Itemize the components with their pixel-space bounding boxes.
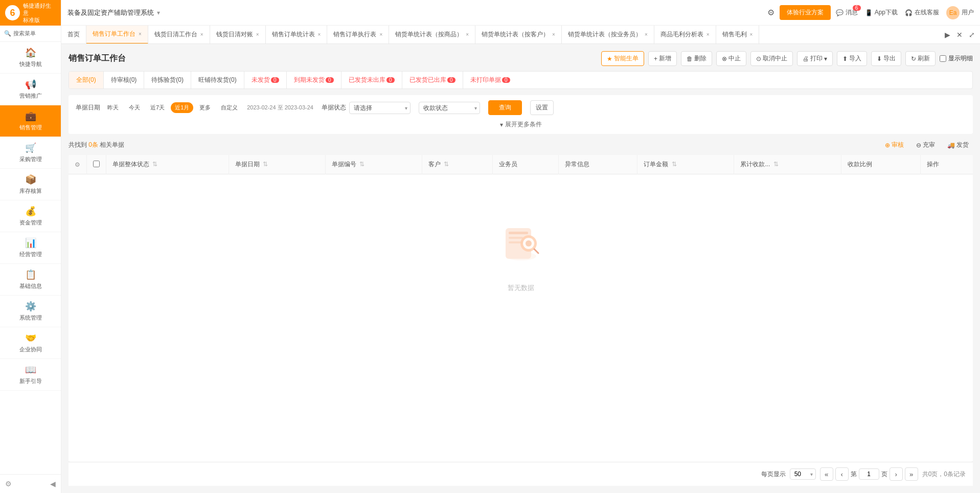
- show-detail-label[interactable]: 显示明细: [940, 54, 973, 63]
- export-button[interactable]: ⬇ 导出: [871, 51, 901, 66]
- add-button[interactable]: + 新增: [648, 51, 677, 66]
- date-chip-more[interactable]: 更多: [195, 102, 215, 113]
- filter-tab-not-printed[interactable]: 未打印单据0: [463, 72, 517, 88]
- last-page-btn[interactable]: »: [905, 467, 918, 481]
- tab-sales-by-customer[interactable]: 销货单统计表（按客户） ×: [475, 26, 562, 44]
- status-filter: 单据状态 请选择: [322, 102, 411, 114]
- tab-close-profit-analysis[interactable]: ×: [706, 32, 710, 37]
- date-chip-1month[interactable]: 近1月: [171, 102, 193, 113]
- filter-tab-not-shipped[interactable]: 未发货0: [244, 72, 287, 88]
- sidebar-item-guide[interactable]: 📖 新手引导: [0, 359, 61, 391]
- sidebar-item-inventory[interactable]: 📦 库存核算: [0, 169, 61, 200]
- tab-close-sales-workbench[interactable]: ×: [139, 31, 142, 37]
- filter-tab-all[interactable]: 全部(0): [69, 72, 104, 88]
- filter-tab-pending-check[interactable]: 待拣验货(0): [144, 72, 191, 88]
- sidebar-item-quick-nav[interactable]: 🏠 快捷导航: [0, 42, 61, 74]
- app-download-btn[interactable]: 📱 App下载: [865, 8, 898, 17]
- import-button[interactable]: ⬆ 导入: [837, 51, 867, 66]
- tab-close-all-btn[interactable]: ✕: [954, 30, 965, 40]
- status-select[interactable]: 请选择: [349, 102, 411, 114]
- tab-close-cash-daily[interactable]: ×: [200, 32, 203, 37]
- sidebar-item-purchase[interactable]: 🛒 采购管理: [0, 137, 61, 169]
- star-icon: ★: [607, 55, 612, 62]
- sidebar-item-system[interactable]: ⚙️ 系统管理: [0, 296, 61, 327]
- date-chip-yesterday[interactable]: 昨天: [103, 102, 123, 113]
- sort-order-amount-icon[interactable]: ⇅: [672, 161, 677, 168]
- tab-close-cash-reconcile[interactable]: ×: [256, 32, 259, 37]
- date-chip-custom[interactable]: 自定义: [217, 102, 242, 113]
- page-input[interactable]: [859, 468, 879, 480]
- tab-sales-stats[interactable]: 销售订单统计表 ×: [266, 26, 328, 44]
- filter-tab-overdue-ship[interactable]: 到期未发货0: [287, 72, 341, 88]
- tab-sales-profit[interactable]: 销售毛利 ×: [716, 26, 760, 44]
- user-menu-btn[interactable]: Ea 用户: [946, 6, 974, 19]
- th-checkbox[interactable]: [87, 155, 106, 174]
- print-button[interactable]: 🖨 打印 ▾: [797, 51, 833, 66]
- prev-page-btn[interactable]: ‹: [835, 467, 849, 481]
- sidebar-item-marketing[interactable]: 📢 营销推广: [0, 74, 61, 105]
- sort-doc-status-icon[interactable]: ⇅: [152, 161, 157, 168]
- sidebar-item-finance[interactable]: 💰 资金管理: [0, 200, 61, 232]
- page-header: 销售订单工作台 ★ 智能生单 + 新增 🗑 删除 ⊗ 中止: [69, 51, 973, 66]
- refresh-button[interactable]: ↻ 刷新: [905, 51, 936, 66]
- tab-sales-workbench[interactable]: 销售订单工作台 ×: [86, 26, 148, 44]
- tab-sales-by-staff[interactable]: 销货单统计表（按业务员） ×: [562, 26, 654, 44]
- page-size-select[interactable]: 10 20 50 100: [790, 468, 816, 480]
- tab-cash-daily[interactable]: 钱货日清工作台 ×: [148, 26, 210, 44]
- settings-filter-button[interactable]: 设置: [530, 100, 554, 115]
- show-detail-checkbox[interactable]: [940, 55, 946, 62]
- filter-tab-pending-audit[interactable]: 待审核(0): [104, 72, 145, 88]
- ship-action-btn[interactable]: 🚚 发货: [943, 139, 973, 151]
- topbar-settings-icon[interactable]: ⚙: [767, 8, 774, 17]
- tab-close-sales-by-customer[interactable]: ×: [552, 32, 555, 37]
- sidebar-collapse-btn[interactable]: ◀: [50, 480, 56, 488]
- delete-button[interactable]: 🗑 删除: [681, 51, 712, 66]
- audit-action-btn[interactable]: ⊕ 审核: [881, 139, 908, 151]
- revoke-action-btn[interactable]: ⊖ 充审: [912, 139, 939, 151]
- sidebar-settings-btn[interactable]: ⚙: [5, 480, 12, 488]
- filter-tabs: 全部(0) 待审核(0) 待拣验货(0) 旺铺待发货(0) 未发货0 到期未发货…: [69, 71, 973, 89]
- industry-solution-button[interactable]: 体验行业方案: [780, 5, 831, 20]
- expand-more-btn[interactable]: ▾ 展开更多条件: [500, 120, 542, 129]
- sidebar-search[interactable]: 🔍 搜索菜单: [0, 26, 61, 42]
- tab-close-sales-by-product[interactable]: ×: [466, 32, 469, 37]
- sort-doc-date-icon[interactable]: ⇅: [263, 161, 268, 168]
- first-page-btn[interactable]: «: [820, 467, 833, 481]
- filter-tab-shipped-out[interactable]: 已发货已出库0: [402, 72, 463, 88]
- sidebar-item-operations[interactable]: 📊 经营管理: [0, 232, 61, 264]
- select-all-checkbox[interactable]: [93, 161, 100, 167]
- tab-sales-exec[interactable]: 销售订单执行表 ×: [327, 26, 389, 44]
- sidebar-item-cooperation[interactable]: 🤝 企业协同: [0, 327, 61, 359]
- tab-home[interactable]: 首页: [61, 26, 86, 44]
- query-button[interactable]: 查询: [488, 100, 522, 115]
- th-settings[interactable]: ⚙: [69, 155, 87, 174]
- sidebar-item-basic[interactable]: 📋 基础信息: [0, 264, 61, 296]
- next-page-btn[interactable]: ›: [890, 467, 903, 481]
- online-service-btn[interactable]: 🎧 在线客服: [905, 8, 939, 17]
- date-chip-7days[interactable]: 近7天: [146, 102, 169, 113]
- tab-close-sales-profit[interactable]: ×: [750, 32, 753, 37]
- page-actions: ★ 智能生单 + 新增 🗑 删除 ⊗ 中止 ⊙ 取消中止: [601, 51, 973, 66]
- filter-tab-wangpu-ship[interactable]: 旺铺待发货(0): [191, 72, 244, 88]
- date-chip-today[interactable]: 今天: [125, 102, 144, 113]
- tab-close-sales-exec[interactable]: ×: [379, 32, 382, 37]
- tab-close-sales-by-staff[interactable]: ×: [645, 32, 648, 37]
- tab-close-sales-stats[interactable]: ×: [318, 32, 321, 37]
- page-title: 销售订单工作台: [69, 53, 126, 64]
- tab-scroll-right-btn[interactable]: ▶: [943, 30, 952, 40]
- payment-status-select[interactable]: 收款状态: [419, 102, 480, 114]
- sort-collected-icon[interactable]: ⇅: [773, 161, 779, 168]
- message-btn[interactable]: 💬 消息 6: [836, 8, 858, 17]
- filter-row: 单据日期 昨天 今天 近7天 近1月 更多 自定义 2023-02-24 至 2…: [69, 95, 973, 134]
- tab-sales-by-product[interactable]: 销货单统计表（按商品） ×: [389, 26, 475, 44]
- sort-doc-number-icon[interactable]: ⇅: [359, 161, 364, 168]
- tab-maximize-btn[interactable]: ⤢: [967, 30, 977, 40]
- sort-customer-icon[interactable]: ⇅: [444, 161, 449, 168]
- filter-tab-shipped-not-out[interactable]: 已发货未出库0: [341, 72, 402, 88]
- tab-profit-analysis[interactable]: 商品毛利分析表 ×: [654, 26, 716, 44]
- tab-cash-reconcile[interactable]: 钱货日清对账 ×: [210, 26, 266, 44]
- stop-button[interactable]: ⊗ 中止: [716, 51, 746, 66]
- sidebar-item-sales[interactable]: 💼 销售管理: [0, 105, 61, 137]
- cancel-stop-button[interactable]: ⊙ 取消中止: [750, 51, 793, 66]
- smart-create-button[interactable]: ★ 智能生单: [601, 51, 644, 66]
